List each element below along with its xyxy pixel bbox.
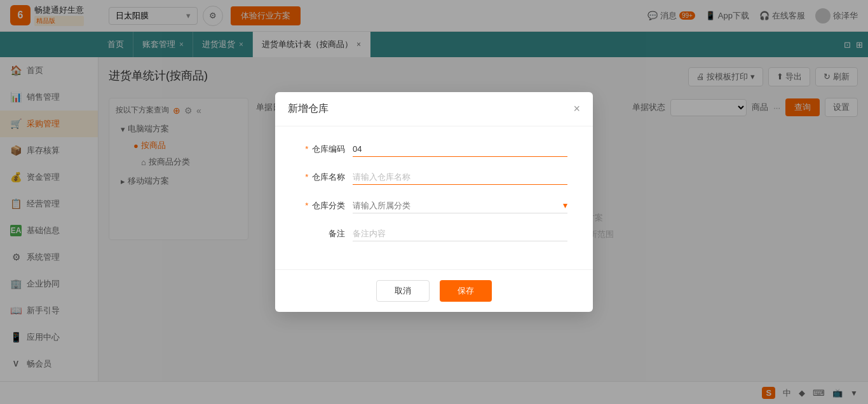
warehouse-category-input[interactable]	[353, 201, 563, 210]
remark-input[interactable]	[353, 226, 567, 241]
modal-title: 新增仓库	[288, 102, 329, 116]
modal-close-button[interactable]: ×	[573, 102, 580, 116]
form-row-code: * 仓库编码	[301, 142, 567, 157]
required-star-category: *	[305, 201, 308, 210]
required-star-code: *	[305, 144, 308, 154]
name-label: * 仓库名称	[301, 172, 345, 183]
form-row-name: * 仓库名称	[301, 170, 567, 185]
save-button[interactable]: 保存	[440, 280, 492, 302]
new-warehouse-modal: 新增仓库 × * 仓库编码 * 仓库名称	[275, 92, 593, 312]
modal-footer: 取消 保存	[275, 269, 593, 312]
warehouse-code-input[interactable]	[353, 142, 567, 157]
warehouse-name-input[interactable]	[353, 170, 567, 185]
remark-label: 备注	[301, 228, 345, 239]
cancel-button[interactable]: 取消	[376, 280, 430, 302]
modal-overlay: 新增仓库 × * 仓库编码 * 仓库名称	[0, 0, 868, 404]
warehouse-category-select-wrapper[interactable]: ▾	[353, 198, 567, 213]
modal-header: 新增仓库 ×	[275, 92, 593, 126]
form-row-remark: 备注	[301, 226, 567, 241]
category-label: * 仓库分类	[301, 200, 345, 212]
form-row-category: * 仓库分类 ▾	[301, 198, 567, 213]
required-star-name: *	[305, 172, 308, 182]
modal-body: * 仓库编码 * 仓库名称 * 仓库分类	[275, 126, 593, 269]
code-label: * 仓库编码	[301, 144, 345, 155]
category-dropdown-arrow: ▾	[563, 200, 567, 210]
